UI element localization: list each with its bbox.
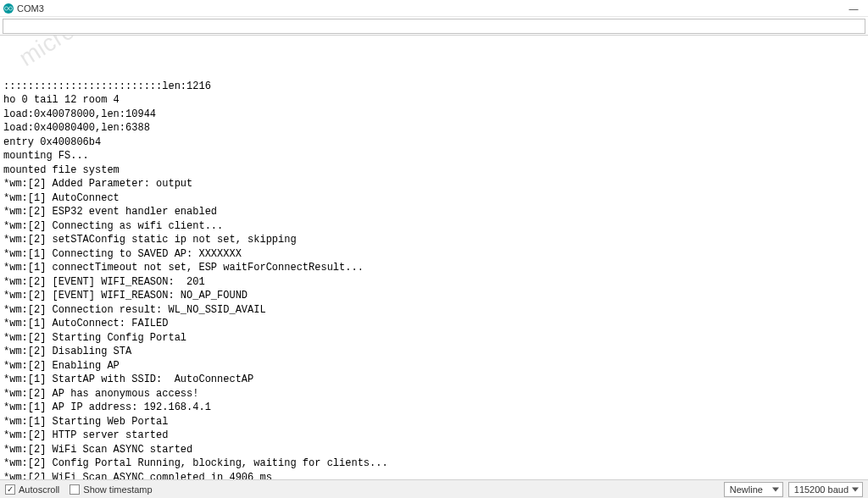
terminal-line: ho 0 tail 12 room 4 <box>3 93 865 108</box>
window-controls: — <box>841 0 866 16</box>
terminal-line: *wm:[2] WiFi Scan ASYNC started <box>3 443 865 457</box>
line-ending-value: Newline <box>730 484 763 495</box>
terminal-line: *wm:[2] AP has anonymous access! <box>3 387 865 401</box>
terminal-line: *wm:[2] setSTAConfig static ip not set, … <box>3 233 865 247</box>
baud-value: 115200 baud <box>794 484 849 495</box>
send-row <box>0 17 868 36</box>
terminal-line: *wm:[2] Connection result: WL_NO_SSID_AV… <box>3 303 865 318</box>
baud-select[interactable]: 115200 baud <box>788 482 863 497</box>
arduino-icon <box>3 3 14 14</box>
terminal-line: *wm:[2] Connecting as wifi client... <box>3 219 865 234</box>
minimize-button[interactable]: — <box>841 1 866 16</box>
terminal-line: *wm:[2] Disabling STA <box>3 345 865 359</box>
bottom-toolbar: Autoscroll Show timestamp Newline 115200… <box>0 479 868 498</box>
terminal-line: *wm:[2] Added Parameter: output <box>3 177 865 191</box>
timestamp-checkbox[interactable]: Show timestamp <box>70 484 152 495</box>
checkbox-icon <box>70 484 80 495</box>
terminal-line: *wm:[2] Config Portal Running, blocking,… <box>3 456 865 471</box>
titlebar: COM3 — <box>0 0 868 17</box>
terminal-line: *wm:[2] [EVENT] WIFI_REASON: 201 <box>3 275 865 290</box>
terminal-line: *wm:[2] Starting Config Portal <box>3 331 865 346</box>
serial-output[interactable]: microdigisoft.com - 13:49 ::::::::::::::… <box>0 36 868 479</box>
terminal-line: *wm:[2] [EVENT] WIFI_REASON: NO_AP_FOUND <box>3 289 865 303</box>
terminal-line: mounted file system <box>3 163 865 178</box>
terminal-line: entry 0x400806b4 <box>3 136 865 150</box>
terminal-line: *wm:[1] AutoConnect <box>3 191 865 206</box>
send-input[interactable] <box>3 19 865 34</box>
terminal-line: *wm:[1] Starting Web Portal <box>3 415 865 429</box>
terminal-line: load:0x40080400,len:6388 <box>3 121 865 136</box>
line-ending-select[interactable]: Newline <box>724 482 783 497</box>
terminal-line: load:0x40078000,len:10944 <box>3 108 865 122</box>
autoscroll-checkbox[interactable]: Autoscroll <box>5 484 59 495</box>
window-title: COM3 <box>17 3 44 14</box>
terminal-line: *wm:[1] AutoConnect: FAILED <box>3 317 865 331</box>
autoscroll-label: Autoscroll <box>19 484 59 495</box>
terminal-lines: ::::::::::::::::::::::::::len:1216ho 0 t… <box>3 80 865 480</box>
terminal-line: *wm:[1] connectTimeout not set, ESP wait… <box>3 261 865 275</box>
svg-point-1 <box>8 6 12 9</box>
terminal-line: *wm:[1] AP IP address: 192.168.4.1 <box>3 401 865 415</box>
terminal-line: *wm:[2] WiFi Scan ASYNC completed in 490… <box>3 471 865 480</box>
terminal-line: *wm:[2] HTTP server started <box>3 429 865 443</box>
timestamp-label: Show timestamp <box>83 484 152 495</box>
terminal-line: *wm:[1] Connecting to SAVED AP: XXXXXXX <box>3 247 865 262</box>
terminal-line: *wm:[1] StartAP with SSID: AutoConnectAP <box>3 373 865 387</box>
terminal-line: ::::::::::::::::::::::::::len:1216 <box>3 80 865 94</box>
terminal-line: *wm:[2] ESP32 event handler enabled <box>3 205 865 219</box>
checkbox-icon <box>5 484 15 495</box>
svg-point-0 <box>4 6 8 9</box>
terminal-line: *wm:[2] Enabling AP <box>3 359 865 374</box>
watermark-text: microdigisoft.com - 13:49 <box>18 36 259 67</box>
terminal-line: mounting FS... <box>3 149 865 163</box>
